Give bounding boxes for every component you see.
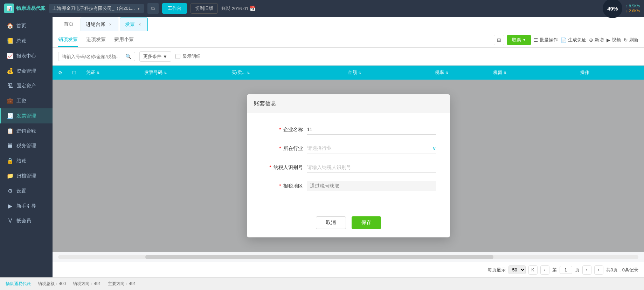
th-checkbox: ☐ — [72, 70, 86, 75]
required-mark: * — [279, 127, 281, 132]
sidebar-item-capital[interactable]: 💰 资金管理 — [0, 63, 53, 79]
taxregion-label: * 报税地区 — [261, 183, 303, 189]
th-tax-amount[interactable]: 税额 ⇅ — [493, 69, 580, 76]
sidebar-item-home[interactable]: 🏠 首页 — [0, 18, 53, 33]
sidebar-item-archive[interactable]: 📁 归档管理 — [0, 168, 53, 183]
search-wrap: 🔍 — [58, 52, 135, 61]
workbench-button[interactable]: 工作台 — [162, 3, 187, 14]
tax-id-input[interactable] — [307, 162, 436, 173]
sidebar-label-tax: 税务管理 — [16, 143, 36, 149]
sidebar-item-tax[interactable]: 🏛 税务管理 — [0, 139, 53, 153]
tab-purchase[interactable]: 进销台账 × — [81, 18, 118, 31]
search-input[interactable] — [62, 54, 123, 59]
show-detail-checkbox[interactable] — [175, 54, 180, 59]
sidebar-label-assets: 固定资产 — [16, 83, 36, 89]
cancel-button[interactable]: 取消 — [316, 216, 346, 229]
th-invoice-no[interactable]: 发票号码 ⇅ — [144, 69, 231, 76]
invoice-sub-header: 销项发票 进项发票 费用小票 ⊞ 取票 ▼ ☰ 批量操作 — [53, 32, 644, 48]
sub-tab-sales[interactable]: 销项发票 — [58, 33, 78, 47]
grid-view-button[interactable]: ⊞ — [494, 35, 504, 45]
sidebar-item-member[interactable]: V 畅会员 — [0, 214, 53, 228]
prev-page-button[interactable]: ‹ — [540, 265, 549, 275]
sidebar-label-close: 结账 — [16, 158, 26, 164]
sidebar-item-assets[interactable]: 🏗 固定资产 — [0, 79, 53, 93]
app-name: 畅康通易代账 — [16, 5, 46, 12]
sort-amount-icon: ⇅ — [358, 71, 361, 75]
sidebar-item-ledger[interactable]: 📒 总账 — [0, 33, 53, 48]
more-filter-button[interactable]: 更多条件 ▼ — [139, 51, 171, 62]
copy-button[interactable]: ⧉ — [147, 3, 159, 14]
th-buyer-seller[interactable]: 买/卖... ⇅ — [231, 69, 348, 76]
sidebar-label-guide: 新手引导 — [16, 203, 36, 209]
sidebar-label-archive: 归档管理 — [16, 173, 36, 179]
old-version-button[interactable]: 切到旧版 — [191, 3, 218, 14]
close-tab-purchase-icon[interactable]: × — [108, 22, 113, 27]
company-selector[interactable]: 上海卯金刀电子科技有限公司_（台201... ▼ — [49, 4, 144, 13]
form-row-industry: * 所在行业 请选择行业 ∨ — [261, 143, 436, 154]
sidebar-label-salary: 工资 — [16, 98, 26, 104]
video-icon: ▶ — [607, 37, 610, 43]
toolbar: ⊞ 取票 ▼ ☰ 批量操作 📄 生成凭证 ⊕ 新增 — [494, 35, 638, 45]
sidebar-label-capital: 资金管理 — [16, 68, 36, 74]
footer-text2: 纳税方向：491 — [73, 281, 101, 287]
first-page-icon: K — [532, 268, 534, 272]
industry-select[interactable]: 请选择行业 ∨ — [307, 143, 436, 154]
industry-placeholder: 请选择行业 — [307, 145, 432, 151]
settings-icon: ⚙ — [7, 188, 14, 194]
footer-link[interactable]: 畅康通易代账 — [6, 281, 31, 287]
show-detail-wrap: 显示明细 — [175, 53, 201, 60]
speed-percent: 49% — [607, 6, 618, 12]
next-page-button[interactable]: › — [582, 265, 591, 275]
sidebar-item-guide[interactable]: ▶ 新手引导 — [0, 198, 53, 214]
company-name-input[interactable] — [307, 124, 436, 135]
refresh-icon: ↻ — [624, 37, 628, 43]
horizontal-scrollbar[interactable] — [58, 255, 638, 259]
page-input[interactable] — [560, 266, 572, 274]
company-name-label: * 企业名称 — [261, 127, 303, 133]
sidebar-item-purchase[interactable]: 📋 进销台账 — [0, 123, 53, 139]
close-tab-invoice-icon[interactable]: × — [137, 22, 143, 27]
th-amount[interactable]: 金额 ⇅ — [348, 69, 435, 76]
th-voucher[interactable]: 凭证 ⇅ — [86, 69, 144, 76]
new-button[interactable]: ⊕ 新增 — [589, 37, 604, 43]
sort-rate-icon: ⇅ — [445, 71, 448, 75]
modal-header: 账套信息 — [247, 94, 450, 113]
batch-icon: ☰ — [534, 37, 538, 43]
save-button[interactable]: 保存 — [352, 216, 381, 229]
footer-text3: 主要方向：491 — [108, 281, 136, 287]
sub-tab-expense[interactable]: 费用小票 — [114, 33, 134, 47]
salary-icon: 💼 — [7, 97, 14, 104]
per-page-select[interactable]: 50 — [508, 265, 526, 274]
sidebar-item-report[interactable]: 📈 报表中心 — [0, 48, 53, 63]
tab-bar: 首页 进销台账 × 发票 × — [53, 17, 644, 32]
last-page-button[interactable]: › — [594, 265, 603, 275]
sidebar-item-invoice[interactable]: 🧾 发票管理 — [0, 108, 53, 123]
top-bar: 📊 畅康通易代账 上海卯金刀电子科技有限公司_（台201... ▼ ⧉ 工作台 … — [0, 0, 644, 17]
batch-op-button[interactable]: ☰ 批量操作 — [534, 37, 558, 43]
tab-home[interactable]: 首页 — [58, 18, 79, 32]
take-invoice-button[interactable]: 取票 ▼ — [507, 35, 531, 45]
sidebar-item-close[interactable]: 🔒 结账 — [0, 153, 53, 168]
refresh-button[interactable]: ↻ 刷新 — [624, 37, 638, 43]
tab-invoice[interactable]: 发票 × — [120, 18, 148, 31]
sub-tab-purchase[interactable]: 进项发票 — [86, 33, 106, 47]
app-logo: 📊 畅康通易代账 — [4, 4, 46, 13]
sidebar-label-settings: 设置 — [16, 188, 26, 194]
sidebar-item-settings[interactable]: ⚙ 设置 — [0, 183, 53, 198]
archive-icon: 📁 — [7, 173, 14, 179]
sidebar-label-member: 畅会员 — [16, 218, 31, 224]
required-mark4: * — [279, 183, 281, 189]
gen-voucher-button[interactable]: 📄 生成凭证 — [561, 37, 586, 43]
show-detail-label: 显示明细 — [182, 53, 201, 60]
speed-indicator: 49% — [603, 0, 622, 18]
sidebar-item-salary[interactable]: 💼 工资 — [0, 93, 53, 108]
form-row-taxregion: * 报税地区 — [261, 181, 436, 191]
video-button[interactable]: ▶ 视频 — [607, 37, 621, 43]
member-icon: V — [7, 218, 14, 224]
report-icon: 📈 — [7, 53, 14, 59]
table-header: ⚙ ☐ 凭证 ⇅ 发票号码 ⇅ 买/卖... ⇅ 金额 — [53, 66, 644, 80]
calendar-icon[interactable]: 📅 — [250, 6, 256, 11]
first-page-button[interactable]: K — [528, 265, 538, 275]
sort-voucher-icon: ⇅ — [97, 71, 99, 75]
th-tax-rate[interactable]: 税率 ⇅ — [435, 69, 493, 76]
